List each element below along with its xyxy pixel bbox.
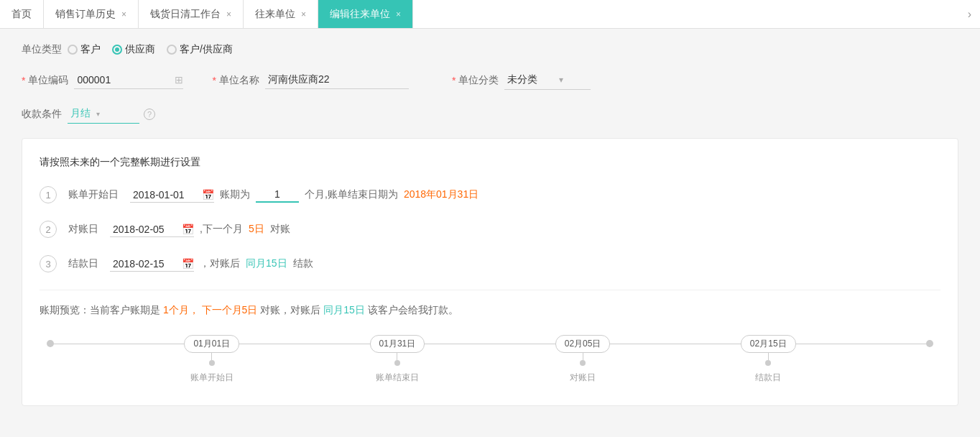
tab-sales-history-close[interactable]: × — [121, 10, 126, 19]
unit-name-input[interactable] — [265, 71, 409, 89]
tab-partner-unit-label: 往来单位 — [255, 8, 295, 21]
unit-category-required: * — [452, 75, 456, 86]
step1-period-suffix: 个月,账单结束日期为 — [305, 188, 398, 201]
payment-label: 收款条件 — [22, 108, 62, 121]
unit-category-group: * 单位分类 未分类 ▾ — [452, 70, 591, 90]
unit-category-arrow: ▾ — [559, 75, 563, 85]
unit-name-required: * — [212, 75, 216, 86]
step2-suffix-pre: ,下一个月 — [200, 223, 243, 236]
tab-cash-work-label: 钱货日清工作台 — [150, 8, 221, 21]
radio-group: 客户 供应商 客户/供应商 — [68, 43, 233, 56]
radio-both[interactable]: 客户/供应商 — [167, 43, 233, 56]
step1-date-input[interactable] — [130, 188, 202, 202]
main-content: 单位类型 客户 供应商 客户/供应商 * 单位编码 — [0, 29, 980, 437]
timeline-connector-2 — [397, 353, 397, 360]
step3-calendar-icon[interactable]: 📅 — [182, 258, 194, 270]
preview-part4: 同月15日 — [323, 304, 365, 316]
tab-edit-partner[interactable]: 编辑往来单位 × — [318, 0, 413, 28]
step2-suffix-post: 对账 — [270, 223, 290, 236]
unit-code-input-group: ⊞ — [74, 71, 183, 89]
tab-partner-unit-close[interactable]: × — [301, 10, 306, 19]
tab-cash-work[interactable]: 钱货日清工作台 × — [139, 0, 244, 28]
timeline-start-dot — [47, 340, 54, 347]
step1-content: 账单开始日 📅 账期为 个月,账单结束日期为 2018年01月31日 — [68, 187, 479, 203]
copy-icon[interactable]: ⊞ — [175, 74, 183, 86]
preview-part3: 对账，对账后 — [260, 304, 320, 316]
timeline-label-4: 结款日 — [755, 372, 781, 384]
step1-period-prefix: 账期为 — [220, 188, 250, 201]
tab-partner-unit[interactable]: 往来单位 × — [244, 0, 318, 28]
unit-code-group: * 单位编码 ⊞ — [22, 71, 183, 89]
preview-section: 账期预览：当前客户账期是 1个月， 下一个月5日 对账，对账后 同月15日 该客… — [40, 290, 940, 384]
step1-period-input[interactable] — [256, 187, 299, 203]
timeline-connector-4 — [768, 353, 769, 360]
radio-both-label: 客户/供应商 — [180, 43, 233, 56]
preview-label: 账期预览：当前客户账期是 — [40, 304, 160, 316]
timeline-end-dot — [926, 340, 933, 347]
radio-customer[interactable]: 客户 — [68, 43, 101, 56]
payment-value: 月结 — [70, 107, 91, 120]
timeline-label-1: 账单开始日 — [190, 372, 234, 384]
payment-row: 收款条件 月结 ▾ ? — [22, 104, 958, 124]
step3-suffix-highlight: 同月15日 — [246, 257, 287, 270]
unit-category-dropdown[interactable]: 未分类 ▾ — [504, 70, 591, 90]
preview-text: 账期预览：当前客户账期是 1个月， 下一个月5日 对账，对账后 同月15日 该客… — [40, 302, 940, 318]
step2-calendar-icon[interactable]: 📅 — [182, 224, 194, 235]
preview-part2: 下一个月5日 — [202, 304, 258, 316]
step3-date-input[interactable] — [110, 257, 182, 271]
radio-customer-label: 客户 — [80, 43, 101, 56]
step3-suffix-pre: ，对账后 — [200, 257, 240, 270]
timeline-label-3: 对账日 — [570, 372, 596, 384]
step2-number: 2 — [40, 221, 57, 238]
unit-type-group: 单位类型 客户 供应商 客户/供应商 — [22, 43, 233, 56]
step3-suffix-post: 结款 — [293, 257, 313, 270]
step3-content: 结款日 📅 ，对账后 同月15日 结款 — [68, 257, 313, 272]
tab-bar: 首页 销售订单历史 × 钱货日清工作台 × 往来单位 × 编辑往来单位 × › — [0, 0, 980, 29]
unit-code-input[interactable] — [74, 71, 175, 88]
timeline-badge-3: 02月05日 — [555, 335, 611, 353]
step2-label: 对账日 — [68, 223, 98, 236]
radio-supplier-label: 供应商 — [125, 43, 155, 56]
tab-expand-button[interactable]: › — [959, 8, 980, 21]
tab-sales-history[interactable]: 销售订单历史 × — [44, 0, 139, 28]
unit-info-row: * 单位编码 ⊞ * 单位名称 * 单位分类 未分类 ▾ — [22, 70, 958, 90]
card-instruction: 请按照未来的一个完整帐期进行设置 — [40, 156, 940, 169]
step1-label: 账单开始日 — [68, 188, 119, 201]
timeline-point-1: 01月01日 账单开始日 — [184, 335, 239, 384]
payment-group: 收款条件 月结 ▾ ? — [22, 104, 155, 124]
unit-name-label: 单位名称 — [219, 74, 259, 87]
radio-both-circle — [167, 45, 177, 55]
timeline-container: 01月01日 账单开始日 01月31日 账单结束日 02月05日 — [40, 335, 940, 384]
help-icon[interactable]: ? — [144, 109, 155, 120]
preview-part5: 该客户会给我打款。 — [368, 304, 458, 316]
timeline-dot-2 — [394, 360, 400, 366]
radio-supplier-circle — [112, 45, 122, 55]
step2-date-input[interactable] — [110, 222, 182, 236]
radio-customer-circle — [68, 45, 78, 55]
timeline-point-4: 02月15日 结款日 — [741, 335, 796, 384]
timeline-dot-3 — [580, 360, 586, 366]
radio-supplier[interactable]: 供应商 — [112, 43, 155, 56]
step1-calendar-icon[interactable]: 📅 — [202, 189, 214, 201]
tab-edit-partner-label: 编辑往来单位 — [330, 8, 390, 21]
unit-type-row: 单位类型 客户 供应商 客户/供应商 — [22, 43, 958, 56]
payment-dropdown[interactable]: 月结 ▾ — [68, 104, 139, 124]
preview-part1: 1个月， — [163, 304, 199, 316]
step1-row: 1 账单开始日 📅 账期为 个月,账单结束日期为 2018年01月31日 — [40, 186, 940, 203]
step3-row: 3 结款日 📅 ，对账后 同月15日 结款 — [40, 255, 940, 272]
timeline-connector-1 — [211, 353, 212, 360]
timeline-dot-1 — [209, 360, 215, 366]
settings-card: 请按照未来的一个完整帐期进行设置 1 账单开始日 📅 账期为 个月,账单结束日期… — [22, 138, 958, 406]
unit-code-label: 单位编码 — [28, 74, 68, 87]
tab-home-label: 首页 — [11, 8, 32, 21]
timeline-badge-1: 01月01日 — [184, 335, 239, 353]
timeline: 01月01日 账单开始日 01月31日 账单结束日 02月05日 — [47, 335, 933, 384]
tab-edit-partner-close[interactable]: × — [396, 10, 401, 19]
step1-date-group: 📅 — [130, 188, 214, 203]
unit-name-group: * 单位名称 — [212, 71, 408, 89]
timeline-badge-2: 01月31日 — [370, 335, 425, 353]
tab-cash-work-close[interactable]: × — [226, 10, 231, 19]
step3-number: 3 — [40, 255, 57, 272]
tab-home[interactable]: 首页 — [0, 0, 44, 28]
step1-period-end: 2018年01月31日 — [404, 188, 479, 201]
